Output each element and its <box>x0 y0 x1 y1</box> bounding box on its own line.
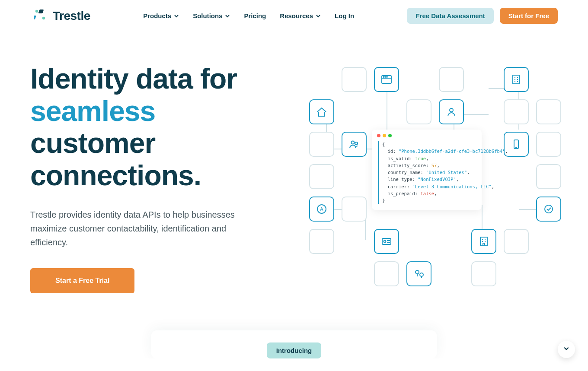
svg-point-3 <box>42 16 45 19</box>
grid-box-empty <box>342 197 367 222</box>
svg-point-46 <box>420 273 423 276</box>
nav-item-solutions[interactable]: Solutions <box>193 12 230 19</box>
nav-label: Pricing <box>244 12 266 19</box>
grid-box-empty <box>536 132 561 157</box>
grid-box-empty <box>504 99 529 124</box>
browser-window-icon <box>374 67 399 92</box>
nav-label: Products <box>143 12 171 19</box>
introducing-pill: Introducing <box>267 342 322 358</box>
svg-point-34 <box>545 205 553 213</box>
hero: Identity data for seamless customer conn… <box>0 24 588 304</box>
nav-cta-group: Free Data Assessment Start for Free <box>407 8 558 24</box>
hero-headline: Identity data for seamless customer conn… <box>30 63 272 191</box>
zoom-dot-icon <box>388 134 392 137</box>
grid-box-empty <box>309 164 334 189</box>
headline-accent: seamless <box>30 95 155 127</box>
headline-post: customer connections. <box>30 127 201 191</box>
chevron-down-icon <box>174 13 179 19</box>
code-sample-card: { id: "Phone.3ddbb6fef-a2df-cfe3-bc7128b… <box>372 130 482 210</box>
svg-point-27 <box>450 108 453 112</box>
window-traffic-lights <box>377 134 476 137</box>
svg-point-29 <box>355 142 358 145</box>
nav-label: Resources <box>280 12 313 19</box>
nav-item-resources[interactable]: Resources <box>280 12 321 19</box>
start-for-free-button[interactable]: Start for Free <box>500 8 558 24</box>
svg-point-17 <box>383 76 384 77</box>
building-icon <box>504 67 529 92</box>
grid-box-empty <box>471 261 496 286</box>
svg-rect-39 <box>480 237 487 246</box>
close-dot-icon <box>377 134 380 137</box>
logo-mark-icon <box>34 9 48 23</box>
free-data-assessment-button[interactable]: Free Data Assessment <box>407 8 493 24</box>
code-sample-content: { id: "Phone.3ddbb6fef-a2df-cfe3-bc7128b… <box>378 141 476 204</box>
nav-label: Solutions <box>193 12 222 19</box>
svg-point-19 <box>387 76 387 77</box>
nav-label: Log In <box>335 12 354 19</box>
grid-box-empty <box>309 132 334 157</box>
office-building-icon <box>471 229 496 254</box>
chevron-down-icon <box>225 13 230 19</box>
top-nav: Trestle Products Solutions Pricing Resou… <box>0 0 588 24</box>
svg-point-18 <box>385 76 386 77</box>
svg-rect-44 <box>483 243 485 246</box>
grid-box-empty <box>374 261 399 286</box>
primary-nav: Products Solutions Pricing Resources Log… <box>143 12 354 19</box>
logo[interactable]: Trestle <box>34 9 90 23</box>
minimize-dot-icon <box>383 134 386 137</box>
hero-subhead: Trestle provides identity data APIs to h… <box>30 208 238 249</box>
grid-box-empty <box>406 99 431 124</box>
introducing-card: Introducing <box>151 330 437 358</box>
nav-item-products[interactable]: Products <box>143 12 179 19</box>
hero-illustration: A <box>285 63 558 304</box>
start-free-trial-button[interactable]: Start a Free Trial <box>30 268 134 293</box>
svg-point-0 <box>35 10 38 12</box>
svg-point-28 <box>352 141 355 144</box>
id-card-icon <box>374 229 399 254</box>
svg-rect-20 <box>513 75 520 84</box>
nav-item-pricing[interactable]: Pricing <box>244 12 266 19</box>
grid-box-empty <box>536 99 561 124</box>
house-icon <box>309 99 334 124</box>
svg-rect-2 <box>34 16 36 19</box>
chevron-down-icon <box>563 346 569 353</box>
logo-text: Trestle <box>53 9 90 23</box>
verified-badge-icon <box>536 197 561 222</box>
headline-pre: Identity data for <box>30 63 237 95</box>
scroll-down-button[interactable] <box>558 341 575 358</box>
svg-text:A: A <box>320 206 323 212</box>
atom-icon: A <box>309 197 334 222</box>
person-icon <box>439 99 464 124</box>
grid-box-empty <box>309 229 334 254</box>
grid-box-empty <box>439 67 464 92</box>
chevron-down-icon <box>316 13 321 19</box>
svg-point-36 <box>384 241 386 243</box>
hero-text: Identity data for seamless customer conn… <box>30 63 272 304</box>
svg-rect-1 <box>38 10 44 13</box>
svg-point-45 <box>415 270 419 274</box>
grid-box-empty <box>342 67 367 92</box>
grid-box-empty <box>536 164 561 189</box>
nav-item-login[interactable]: Log In <box>335 12 354 19</box>
people-icon <box>342 132 367 157</box>
grid-box-empty <box>504 229 529 254</box>
map-pin-icon <box>406 261 431 286</box>
